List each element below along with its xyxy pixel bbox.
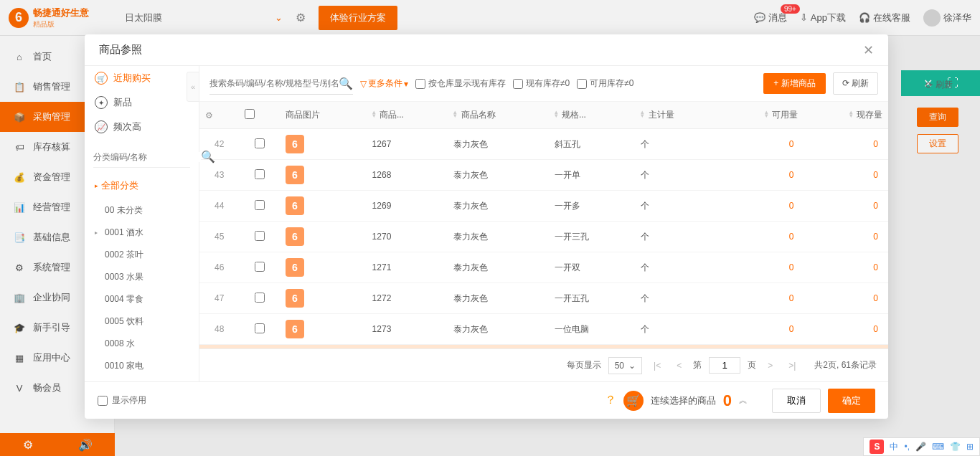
ime-keyboard-icon[interactable]: ⌨ [932, 442, 944, 452]
row-checkbox[interactable] [255, 138, 265, 148]
category-item[interactable]: 00 未分类 [85, 199, 199, 222]
row-checkbox[interactable] [255, 293, 265, 303]
row-checkbox[interactable] [255, 323, 265, 333]
sort-icon[interactable]: ▴▾ [372, 110, 376, 118]
checkbox[interactable] [577, 79, 587, 89]
help-icon[interactable]: ？ [605, 393, 616, 408]
first-page-button[interactable]: |< [649, 361, 665, 371]
category-item[interactable]: 0005 饮料 [85, 310, 199, 333]
close-icon[interactable]: ✕ [863, 42, 874, 58]
cell-stock: 0 [804, 160, 888, 191]
search-icon[interactable]: 🔍 [339, 77, 353, 90]
sort-icon[interactable]: ▴▾ [849, 110, 853, 118]
plus-icon: + [773, 78, 781, 88]
chevron-down-icon: ▾ [404, 79, 408, 89]
chk-stock-nonzero[interactable]: 现有库存≠0 [513, 77, 570, 90]
tab-icon: 📈 [95, 120, 108, 133]
ime-skin-icon[interactable]: 👕 [950, 442, 961, 452]
collapse-left-icon[interactable]: « [187, 72, 199, 102]
table-row[interactable]: 4761272泰力灰色一开五孔个00 [199, 283, 888, 314]
cell-code: 1272 [367, 283, 448, 314]
add-product-button[interactable]: + 新增商品 [763, 73, 825, 94]
checkbox[interactable] [98, 396, 108, 406]
chk-available-nonzero[interactable]: 可用库存≠0 [577, 77, 633, 90]
chk-label: 按仓库显示现有库存 [428, 77, 506, 90]
table-row[interactable]: 4861273泰力灰色一位电脑个00 [199, 314, 888, 345]
table-row[interactable]: 4561270泰力灰色一开三孔个00 [199, 222, 888, 252]
col-header[interactable] [239, 102, 280, 129]
checkbox[interactable] [415, 79, 425, 89]
left-tab-1[interactable]: ✦新品 [85, 90, 199, 115]
next-page-button[interactable]: > [763, 361, 777, 371]
left-tab-0[interactable]: 🛒近期购买 [85, 66, 199, 90]
selected-label: 连续选择的商品 [651, 394, 716, 407]
refresh-button[interactable]: ⟳ 刷新 [833, 72, 878, 95]
cell-avail: 0 [720, 252, 804, 283]
category-label: 0001 酒水 [105, 227, 143, 239]
prev-page-button[interactable]: < [672, 361, 686, 371]
cell-code: 1271 [367, 252, 448, 283]
product-image-icon: 6 [286, 196, 304, 215]
col-header[interactable]: ▴▾ 可用量 [720, 102, 804, 129]
product-table-wrap: ⚙商品图片▴▾ 商品...▴▾ 商品名称▴▾ 规格...▴▾ 主计量▴▾ 可用量… [199, 102, 888, 348]
ime-punct-icon[interactable]: •, [904, 442, 910, 452]
checkbox[interactable] [513, 79, 523, 89]
category-item[interactable]: 0003 水果 [85, 266, 199, 288]
ime-toolbox-icon[interactable]: ⊞ [966, 442, 974, 452]
search-icon[interactable]: 🔍 [201, 150, 215, 163]
sort-icon[interactable]: ▴▾ [453, 110, 457, 118]
col-header[interactable]: ▴▾ 现存量 [804, 102, 888, 129]
per-page-select[interactable]: 50 ⌄ [608, 357, 642, 374]
product-search-input[interactable] [209, 78, 339, 88]
col-header[interactable]: ▴▾ 商品名称 [448, 102, 548, 129]
ok-button[interactable]: 确定 [828, 389, 875, 413]
row-checkbox[interactable] [255, 200, 265, 210]
col-header[interactable]: ▴▾ 商品... [367, 102, 448, 129]
category-item[interactable]: 0002 茶叶 [85, 244, 199, 266]
page-input[interactable] [709, 357, 740, 374]
ime-mode[interactable]: 中 [890, 441, 898, 453]
row-checkbox[interactable] [255, 262, 265, 272]
modal-header: 商品参照 ✕ [85, 34, 888, 66]
cell-avail: 0 [720, 160, 804, 191]
gear-icon[interactable]: ⚙ [205, 110, 213, 120]
col-header[interactable]: 商品图片 [280, 102, 367, 129]
cancel-button[interactable]: 取消 [772, 389, 821, 413]
ime-bar: S 中 •, 🎤 ⌨ 👕 ⊞ [863, 437, 980, 456]
cart-icon[interactable]: 🛒 [623, 391, 644, 411]
table-row[interactable]: 4361268泰力灰色一开单个00 [199, 160, 888, 191]
category-item[interactable]: 0010 家电 [85, 355, 199, 377]
sort-icon[interactable]: ▴▾ [555, 110, 558, 118]
cell-spec: 一开三孔 [549, 222, 636, 252]
cell-avail: 0 [720, 222, 804, 252]
last-page-button[interactable]: >| [784, 361, 800, 371]
category-item[interactable]: 0004 零食 [85, 288, 199, 310]
chevron-down-icon: ⌄ [628, 361, 636, 371]
select-all-checkbox[interactable] [245, 109, 255, 119]
left-tab-2[interactable]: 📈频次高 [85, 115, 199, 139]
row-checkbox[interactable] [255, 231, 265, 241]
sort-icon[interactable]: ▴▾ [765, 110, 768, 118]
category-root[interactable]: ▸ 全部分类 [85, 172, 199, 199]
col-header[interactable]: ▴▾ 主计量 [635, 102, 720, 129]
cell-name: 泰力灰色 [448, 252, 548, 283]
category-label: 0002 茶叶 [105, 249, 143, 261]
category-item[interactable]: 0008 水 [85, 333, 199, 355]
category-item[interactable]: ▸0001 酒水 [85, 222, 199, 244]
product-modal: 商品参照 ✕ « 🛒近期购买✦新品📈频次高 🔍 ▸ 全部分类 00 未分类▸00… [85, 34, 888, 419]
sort-icon[interactable]: ▴▾ [641, 110, 644, 118]
ime-voice-icon[interactable]: 🎤 [915, 442, 926, 452]
show-disabled-chk[interactable]: 显示停用 [98, 394, 146, 407]
col-header[interactable]: ⚙ [199, 102, 239, 129]
more-filters-button[interactable]: ▽ 更多条件 ▾ [360, 77, 408, 90]
chevron-up-icon[interactable]: ︽ [739, 394, 748, 407]
selected-count: 0 [723, 391, 732, 410]
ime-logo-icon[interactable]: S [870, 440, 884, 454]
table-row[interactable]: 4661271泰力灰色一开双个00 [199, 252, 888, 283]
col-header[interactable]: ▴▾ 规格... [549, 102, 636, 129]
table-row[interactable]: 4261267泰力灰色斜五孔个00 [199, 129, 888, 160]
chk-warehouse-stock[interactable]: 按仓库显示现有库存 [415, 77, 506, 90]
row-checkbox[interactable] [255, 169, 265, 179]
category-search-input[interactable] [93, 152, 201, 162]
table-row[interactable]: 4461269泰力灰色一开多个00 [199, 191, 888, 222]
